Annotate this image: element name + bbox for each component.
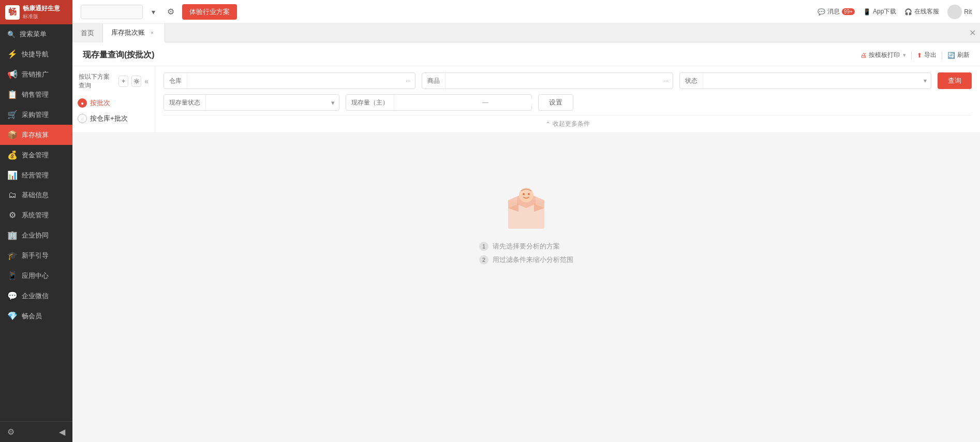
sidebar-item-wechat[interactable]: 💬 企业微信 [0,286,72,306]
scheme-inactive-icon: ○ [78,114,87,123]
topbar-search-input[interactable] [81,5,143,19]
sidebar-item-app[interactable]: 📱 应用中心 [0,266,72,286]
sidebar-item-inventory[interactable]: 📦 库存核算 [0,125,72,145]
sidebar-item-label: 企业协同 [22,231,49,240]
sidebar-logo: 畅 [5,5,20,20]
tabbar-right: ✕ [969,28,980,38]
empty-tip-1-text: 请先选择要分析的方案 [493,242,560,251]
topbar-dropdown-btn[interactable]: ▾ [147,6,159,18]
sidebar-item-label: 库存核算 [22,130,49,140]
export-btn[interactable]: ⬆ 导出 [917,51,937,60]
phone-icon: 📱 [863,8,871,16]
scheme-item-warehouse-batch[interactable]: ○ 按仓库+批次 [75,112,155,125]
product-more-btn[interactable]: ··· [659,77,673,84]
svg-point-0 [136,80,138,82]
purchase-icon: 🛒 [7,110,18,120]
sidebar-item-basic[interactable]: 🗂 基础信息 [0,185,72,205]
sidebar-item-marketing[interactable]: 📢 营销推广 [0,64,72,84]
query-btn[interactable]: 查询 [938,72,972,89]
status-input[interactable] [703,77,919,84]
collapse-scheme-btn[interactable]: « [144,77,149,85]
collapse-more-label: 收起更多条件 [553,120,590,128]
sidebar-item-quick-nav[interactable]: ⚡ 快捷导航 [0,44,72,64]
user-avatar-item[interactable]: Rit [947,5,972,19]
divider [911,51,912,60]
messages-item[interactable]: 💬 消息 99+ [818,7,855,16]
tab-inventory-batch-label: 库存批次账 [111,28,145,37]
collapse-up-icon: ⌃ [545,121,551,128]
sidebar-item-label: 资金管理 [22,151,49,160]
collapse-sidebar-icon[interactable]: ◀ [59,427,65,437]
sidebar-item-label: 营销推广 [22,70,49,79]
tip-num-1: 1 [479,242,488,251]
sidebar-footer: ⚙ ◀ [0,421,72,442]
topbar: ▾ ⚙ 体验行业方案 💬 消息 99+ 📱 App下载 🎧 在线客服 Rit [72,0,980,24]
warehouse-more-btn[interactable]: ··· [402,77,415,84]
sidebar-item-label: 系统管理 [22,211,49,220]
inventory-main-label: 现存量（主） [346,95,394,110]
scheme-settings-btn[interactable] [131,76,141,87]
warehouse-input[interactable] [187,77,402,84]
scheme-panel-header: 按以下方案查询 + « [72,72,155,94]
sidebar-item-operations[interactable]: 📊 经营管理 [0,165,72,185]
enterprise-icon: 🏢 [7,230,18,240]
sidebar-item-purchase[interactable]: 🛒 采购管理 [0,105,72,125]
sidebar-item-system[interactable]: ⚙ 系统管理 [0,205,72,225]
warehouse-filter: 仓库 ··· [164,72,415,89]
online-service-item[interactable]: 🎧 在线客服 [904,7,939,16]
sidebar-scroll: 🔍 搜索菜单 ⚡ 快捷导航 📢 营销推广 📋 销售管理 🛒 采购管理 📦 库存核… [0,24,72,421]
print-btn[interactable]: 🖨 按模板打印 ▾ [860,51,906,60]
export-btn-label: 导出 [924,51,937,60]
inventory-main-from[interactable] [394,99,478,106]
sidebar-item-sales[interactable]: 📋 销售管理 [0,84,72,105]
page-close-btn[interactable]: ✕ [969,28,976,38]
tab-home-label: 首页 [81,28,94,38]
settings-icon[interactable]: ⚙ [7,427,14,437]
headset-icon: 🎧 [904,8,912,16]
print-dropdown-icon[interactable]: ▾ [903,52,906,58]
user-name: Rit [964,8,972,16]
sidebar-header[interactable]: 畅 畅康通好生意 标准版 [0,0,72,24]
trial-btn[interactable]: 体验行业方案 [182,4,237,20]
scheme-item-batch[interactable]: ● 按批次 [75,96,155,110]
status-dropdown-icon[interactable]: ▾ [919,77,931,84]
page-title: 现存量查询(按批次) [83,50,155,61]
app-download-item[interactable]: 📱 App下载 [863,7,896,16]
topbar-gear-btn[interactable]: ⚙ [164,5,178,19]
sidebar-item-label: 经营管理 [22,171,49,180]
sidebar-title-area: 畅康通好生意 标准版 [23,4,60,20]
svg-point-9 [528,193,530,195]
print-btn-label: 按模板打印 [869,51,900,60]
tab-close-icon[interactable]: × [148,28,156,37]
system-icon: ⚙ [7,210,18,220]
empty-tip-2-text: 用过滤条件来缩小分析范围 [493,255,573,264]
sidebar-item-search[interactable]: 🔍 搜索菜单 [0,24,72,44]
tab-inventory-batch[interactable]: 库存批次账 × [103,24,165,42]
add-scheme-btn[interactable]: + [118,76,128,87]
filter-fields: 仓库 ··· 商品 ··· 状态 ▾ [155,66,980,132]
page-actions: 🖨 按模板打印 ▾ ⬆ 导出 🔄 刷新 [860,51,970,60]
product-input[interactable] [446,77,660,84]
inventory-icon: 📦 [7,130,18,140]
product-label: 商品 [422,73,446,89]
refresh-btn[interactable]: 🔄 刷新 [947,51,970,60]
sales-icon: 📋 [7,90,18,99]
scheme-batch-label: 按批次 [90,98,110,108]
empty-visual [495,174,557,231]
scheme-active-icon: ● [78,98,87,108]
sidebar-edition: 标准版 [23,13,60,20]
settings-btn[interactable]: 设置 [538,94,573,111]
sidebar-item-vip[interactable]: 💎 畅会员 [0,306,72,326]
sidebar-item-newbie[interactable]: 🎓 新手引导 [0,245,72,266]
online-service-label: 在线客服 [914,7,939,16]
sidebar-item-label: 畅会员 [22,312,42,321]
sidebar-item-label: 快捷导航 [22,50,49,59]
scheme-panel: 按以下方案查询 + « ● 按批次 [72,66,155,132]
messages-badge: 99+ [842,8,855,15]
tab-home[interactable]: 首页 [72,24,103,42]
inventory-status-arrow[interactable]: ▾ [327,99,339,107]
collapse-more-btn[interactable]: ⌃ 收起更多条件 [164,115,972,132]
sidebar-item-enterprise[interactable]: 🏢 企业协同 [0,225,72,245]
operations-icon: 📊 [7,170,18,180]
sidebar-item-finance[interactable]: 💰 资金管理 [0,145,72,165]
